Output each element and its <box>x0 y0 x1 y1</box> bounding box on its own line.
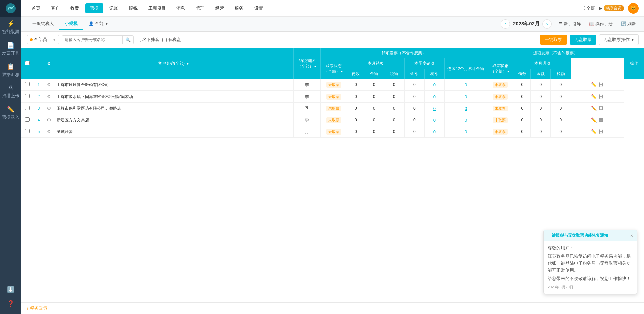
subtab-general[interactable]: 一般纳税人 <box>27 18 59 30</box>
edit-icon[interactable]: ✏️ <box>591 106 597 111</box>
topnav-item-client[interactable]: 客户 <box>46 3 64 13</box>
row-input-fetch-status: 未取票 <box>487 79 514 91</box>
view-icon[interactable]: 🖼 <box>599 106 603 111</box>
sidebar-item-download[interactable]: ⬇️ <box>0 282 21 297</box>
row-sales-q-amount: 0 <box>404 114 424 126</box>
view-icon[interactable]: 🖼 <box>599 82 603 87</box>
edit-icon[interactable]: ✏️ <box>591 82 597 87</box>
row-checkbox-cell[interactable] <box>21 79 34 91</box>
one-click-fetch-button[interactable]: 一键取票 <box>540 35 567 45</box>
row-input-m-count: 0 <box>514 126 531 138</box>
row-sales-q-amount: 0 <box>404 126 424 138</box>
th-input-group: 进项发票（不含作废票） <box>487 48 624 58</box>
search-button[interactable]: 🔍 <box>122 36 133 44</box>
topnav-item-home[interactable]: 首页 <box>27 3 45 13</box>
new-guide-button[interactable]: ☰ 新手引导 <box>556 20 584 28</box>
row-gear-cell[interactable]: ⚙ <box>44 91 54 103</box>
sidebar-logo <box>0 0 21 17</box>
topnav-item-business[interactable]: 工商项目 <box>144 3 170 13</box>
tax-policy-link[interactable]: ℹ 税务政策 <box>27 305 47 311</box>
th-tax-period[interactable]: 纳税期限（全部）▼ <box>293 48 320 79</box>
topnav-item-operation[interactable]: 经营 <box>211 3 229 13</box>
topnav-item-service[interactable]: 服务 <box>230 3 248 13</box>
topnav-item-message[interactable]: 消息 <box>172 3 190 13</box>
topnav-item-manage[interactable]: 管理 <box>191 3 209 13</box>
row-gear-cell[interactable]: ⚙ <box>44 126 54 138</box>
select-all-checkbox[interactable] <box>25 61 30 65</box>
sub-account-checkbox-label[interactable]: 名下账套 <box>137 37 160 43</box>
refresh-button[interactable]: 🔄 刷新 <box>618 20 639 28</box>
view-icon[interactable]: 🖼 <box>599 117 603 123</box>
row-sales-m-count: 0 <box>347 126 364 138</box>
notification-body: 尊敬的用户： 江苏政务网已恢复访问电子税务局功能，易代账一键登陆电子税务局与无盘… <box>544 241 637 294</box>
row-checkbox-cell[interactable] <box>21 91 34 103</box>
row-sales-fetch-status: 未取票 <box>320 114 347 126</box>
th-operations: 操作 <box>624 48 644 79</box>
row-checkbox-cell[interactable] <box>21 103 34 114</box>
no-disk-ops-button[interactable]: 无盘取票操作 ▼ <box>599 34 639 45</box>
subtab-small[interactable]: 小规模 <box>59 18 83 30</box>
row-client-name: 卫辉市玖玖健合医药有限公司 <box>54 79 293 91</box>
chevron-down-icon: ▼ <box>53 38 56 42</box>
manual-button[interactable]: 📖 操作手册 <box>586 20 615 28</box>
row-checkbox[interactable] <box>25 117 30 122</box>
employee-select[interactable]: 全部员工 ▼ <box>27 35 59 44</box>
period-label: 2023年02月 <box>513 21 540 27</box>
row-sales-m-count: 0 <box>347 79 364 91</box>
row-gear-cell[interactable]: ⚙ <box>44 114 54 126</box>
sidebar-item-smart-fetch[interactable]: ⚡ 智能取票 <box>0 17 21 38</box>
th-checkbox <box>21 48 34 79</box>
row-checkbox-cell[interactable] <box>21 114 34 126</box>
sidebar-bottom: ⬇️ ❓ <box>0 282 21 314</box>
sidebar-item-help[interactable]: ❓ <box>0 297 21 311</box>
topnav-item-settings[interactable]: 设置 <box>250 3 268 13</box>
search-input[interactable] <box>62 36 122 44</box>
tax-disk-checkbox-label[interactable]: 有税盘 <box>162 37 181 43</box>
sidebar-item-invoice-summary[interactable]: 📋 票据汇总 <box>0 60 21 81</box>
row-num-cell: 3 <box>34 103 44 114</box>
sidebar-item-invoice-entry[interactable]: ✏️ 票据录入 <box>0 102 21 124</box>
topnav-item-billing[interactable]: 收费 <box>66 3 84 13</box>
row-checkbox[interactable] <box>25 129 30 133</box>
th-input-fetch-status[interactable]: 取票状态（全部）▼ <box>487 58 514 79</box>
topnav-item-invoice[interactable]: 票据 <box>85 3 103 13</box>
next-period-button[interactable]: › <box>542 19 552 29</box>
tax-disk-checkbox[interactable] <box>162 38 167 42</box>
notification-close-button[interactable]: × <box>630 233 633 238</box>
view-icon[interactable]: 🖼 <box>599 94 603 99</box>
row-input-m-amount: 0 <box>531 126 551 138</box>
row-tax-period: 月 <box>293 126 320 138</box>
sidebar-item-scan-upload[interactable]: 🖨 扫描上传 <box>0 81 21 102</box>
row-checkbox[interactable] <box>25 106 30 110</box>
sub-account-checkbox[interactable] <box>137 38 141 42</box>
row-gear-cell[interactable]: ⚙ <box>44 103 54 114</box>
view-icon[interactable]: 🖼 <box>599 129 603 134</box>
th-client-name[interactable]: 客户名称(全部) ▼ <box>54 48 293 79</box>
subtab-all[interactable]: 👤 全能 ▼ <box>83 18 114 30</box>
row-num-cell: 5 <box>34 126 44 138</box>
topnav-fullscreen[interactable]: ⛶ 全屏 <box>581 5 595 11</box>
sidebar-item-issue-invoice[interactable]: 📄 发票开具 <box>0 38 21 60</box>
row-sales-q-tax: 0 <box>424 126 444 138</box>
th-sales-group: 销项发票（不含作废票） <box>320 48 487 58</box>
edit-icon[interactable]: ✏️ <box>591 117 597 123</box>
row-sales-fetch-status: 未取票 <box>320 126 347 138</box>
edit-icon[interactable]: ✏️ <box>591 129 597 134</box>
th-sales-fetch-status[interactable]: 取票状态（全部）▼ <box>320 58 347 79</box>
edit-icon[interactable]: ✏️ <box>591 94 597 99</box>
topnav-vip[interactable]: ▶ 畅享会员 <box>599 5 624 11</box>
topnav-item-tax[interactable]: 报税 <box>124 3 142 13</box>
row-checkbox[interactable] <box>25 82 30 86</box>
prev-period-button[interactable]: ‹ <box>501 19 510 29</box>
th-sales-current-quarter: 本季度销项 <box>404 58 444 69</box>
no-disk-fetch-button[interactable]: 无盘取票 <box>570 35 596 45</box>
user-avatar[interactable]: 🐱 <box>628 3 639 14</box>
row-gear-cell[interactable]: ⚙ <box>44 79 54 91</box>
row-checkbox[interactable] <box>25 94 30 98</box>
refresh-icon: 🔄 <box>621 21 626 26</box>
row-sales-m-tax: 0 <box>384 126 404 138</box>
row-checkbox-cell[interactable] <box>21 126 34 138</box>
topnav-item-accounting[interactable]: 记账 <box>105 3 123 13</box>
row-sales-m-amount: 0 <box>364 91 384 103</box>
th-sales-m-amount: 金额 <box>364 69 384 79</box>
